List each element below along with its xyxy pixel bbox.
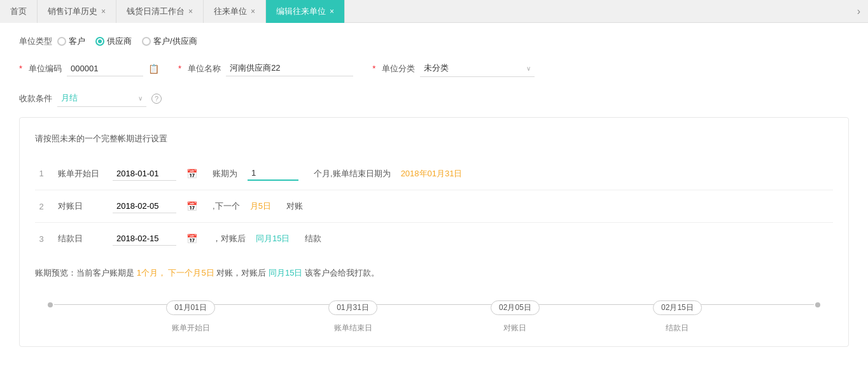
unit-category-star: *	[372, 64, 375, 73]
preview-section: 账期预览：当前客户账期是 1个月， 下一个月5日 对账，对账后 同月15日 该客…	[35, 267, 833, 334]
unit-name-label: 单位名称	[188, 63, 221, 74]
tab-sales-history-label: 销售订单历史	[48, 6, 97, 17]
unit-name-group: * 单位名称	[178, 61, 353, 76]
unit-name-star: *	[178, 64, 181, 73]
tab-edit-partner-label: 编辑往来单位	[276, 6, 326, 17]
unit-name-input[interactable]	[226, 61, 353, 76]
preview-end: 该客户会给我打款。	[305, 268, 379, 278]
tab-more-button[interactable]: ›	[850, 6, 868, 17]
unit-code-label: 单位编码	[29, 63, 62, 74]
timeline-label-2: 账单结束日	[334, 323, 372, 334]
unit-category-dropdown[interactable]: 未分类 ∨	[420, 60, 535, 77]
payment-terms-dropdown[interactable]: 月结 ∨	[57, 90, 146, 107]
unit-type-radio-group: 客户 供应商 客户/供应商	[57, 36, 197, 47]
preview-label: 账期预览：当前客户账期是	[35, 268, 134, 278]
row-3-cal-icon[interactable]: 📅	[186, 234, 197, 244]
tab-partners[interactable]: 往来单位 ×	[204, 0, 266, 23]
main-content: 单位类型 客户 供应商 客户/供应商 * 单位编码	[0, 23, 868, 387]
row-3-highlight: 同月15日	[256, 233, 290, 244]
radio-customer-circle	[57, 37, 66, 46]
row-3-date-input[interactable]	[113, 232, 176, 246]
radio-both[interactable]: 客户/供应商	[142, 36, 197, 47]
close-partners-icon[interactable]: ×	[251, 7, 255, 16]
timeline-nodes: 01月01日 账单开始日 01月31日 账单结束日 02月05日 对账日	[48, 292, 820, 334]
payment-terms-arrow-icon: ∨	[138, 95, 143, 102]
setting-row-1: 1 账单开始日 📅 账期为 个月,账单结束日期为 2018年01月31日	[35, 157, 833, 190]
row-2-date-input[interactable]	[113, 199, 176, 213]
row-3-num: 3	[35, 234, 48, 244]
timeline-node-2: 01月31日 账单结束日	[328, 300, 377, 334]
payment-terms-row: 收款条件 月结 ∨ ?	[19, 90, 849, 107]
unit-type-row: 单位类型 客户 供应商 客户/供应商	[19, 36, 849, 47]
radio-supplier[interactable]: 供应商	[95, 36, 132, 47]
row-3-prefix: ，对账后	[213, 233, 246, 244]
period-input[interactable]	[248, 166, 298, 181]
timeline-container: 01月01日 账单开始日 01月31日 账单结束日 02月05日 对账日	[35, 292, 833, 334]
timeline-badge-2: 01月31日	[328, 300, 377, 315]
unit-category-label: 单位分类	[382, 63, 415, 74]
row-2-num: 2	[35, 202, 48, 211]
close-sales-history-icon[interactable]: ×	[101, 7, 106, 16]
unit-code-input[interactable]	[67, 61, 143, 76]
unit-info-row: * 单位编码 📋 * 单位名称 * 单位分类 未分类 ∨	[19, 60, 849, 77]
tab-home[interactable]: 首页	[0, 0, 38, 23]
preview-text: 账期预览：当前客户账期是 1个月， 下一个月5日 对账，对账后 同月15日 该客…	[35, 267, 833, 279]
tab-sales-history[interactable]: 销售订单历史 ×	[38, 0, 116, 23]
timeline-node-1: 01月01日 账单开始日	[166, 300, 215, 334]
tab-cash-desk[interactable]: 钱货日清工作台 ×	[116, 0, 204, 23]
unit-type-group: 单位类型 客户 供应商 客户/供应商	[19, 36, 197, 47]
row-1-num: 1	[35, 169, 48, 178]
row-1-cal-icon[interactable]: 📅	[186, 169, 197, 179]
radio-customer-label: 客户	[69, 36, 85, 47]
radio-both-circle	[142, 37, 151, 46]
setting-rows: 1 账单开始日 📅 账期为 个月,账单结束日期为 2018年01月31日 2 对…	[35, 157, 833, 255]
payment-terms-value: 月结	[61, 92, 136, 104]
unit-category-arrow-icon: ∨	[526, 65, 531, 72]
preview-p1: 1个月，	[137, 268, 166, 278]
radio-supplier-circle	[95, 37, 104, 46]
tab-edit-partner[interactable]: 编辑往来单位 ×	[266, 0, 345, 23]
radio-both-label: 客户/供应商	[153, 36, 197, 47]
timeline-label-4: 结款日	[666, 323, 689, 334]
preview-p3: 同月15日	[269, 268, 302, 278]
unit-category-value: 未分类	[424, 62, 524, 74]
tab-bar: 首页 销售订单历史 × 钱货日清工作台 × 往来单位 × 编辑往来单位 × ›	[0, 0, 868, 23]
close-cash-desk-icon[interactable]: ×	[188, 7, 193, 16]
preview-mid: 对账，对账后	[216, 268, 266, 278]
tab-home-label: 首页	[10, 6, 27, 17]
radio-customer[interactable]: 客户	[57, 36, 85, 47]
row-2-label: 对账日	[58, 201, 102, 212]
timeline-right-dot	[815, 302, 820, 307]
setting-row-2: 2 对账日 📅 ,下一个 月5日 对账	[35, 190, 833, 223]
close-edit-partner-icon[interactable]: ×	[330, 7, 334, 16]
tab-partners-label: 往来单位	[214, 6, 247, 17]
row-1-suffix-post: 个月,账单结束日期为	[314, 168, 391, 179]
payment-terms-group: 收款条件 月结 ∨ ?	[19, 90, 162, 107]
row-2-cal-icon[interactable]: 📅	[186, 201, 197, 211]
unit-code-copy-icon[interactable]: 📋	[148, 64, 159, 74]
radio-supplier-label: 供应商	[107, 36, 132, 47]
timeline-right-cap	[815, 302, 820, 307]
row-2-suffix: 对账	[286, 201, 303, 212]
row-1-date-input[interactable]	[113, 167, 176, 181]
tab-cash-desk-label: 钱货日清工作台	[127, 6, 185, 17]
row-1-end-date-highlight: 2018年01月31日	[401, 168, 463, 179]
unit-code-group: * 单位编码 📋	[19, 61, 159, 76]
timeline-left-cap	[48, 302, 53, 307]
row-3-suffix: 结款	[305, 233, 321, 244]
payment-terms-label: 收款条件	[19, 93, 52, 104]
unit-code-star: *	[19, 64, 22, 73]
unit-type-label: 单位类型	[19, 36, 52, 47]
row-1-suffix-pre: 账期为	[213, 168, 237, 179]
preview-p2: 下一个月5日	[168, 268, 214, 278]
payment-terms-help-icon[interactable]: ?	[151, 94, 162, 104]
row-3-label: 结款日	[58, 233, 102, 244]
settings-panel: 请按照未来的一个完整帐期进行设置 1 账单开始日 📅 账期为 个月,账单结束日期…	[19, 117, 849, 347]
timeline-badge-3: 02月05日	[491, 300, 540, 315]
timeline-badge-1: 01月01日	[166, 300, 215, 315]
panel-hint: 请按照未来的一个完整帐期进行设置	[35, 133, 833, 144]
timeline-left-dot	[48, 302, 53, 307]
unit-category-group: * 单位分类 未分类 ∨	[372, 60, 535, 77]
timeline-node-3: 02月05日 对账日	[491, 300, 540, 334]
timeline-label-3: 对账日	[503, 323, 526, 334]
